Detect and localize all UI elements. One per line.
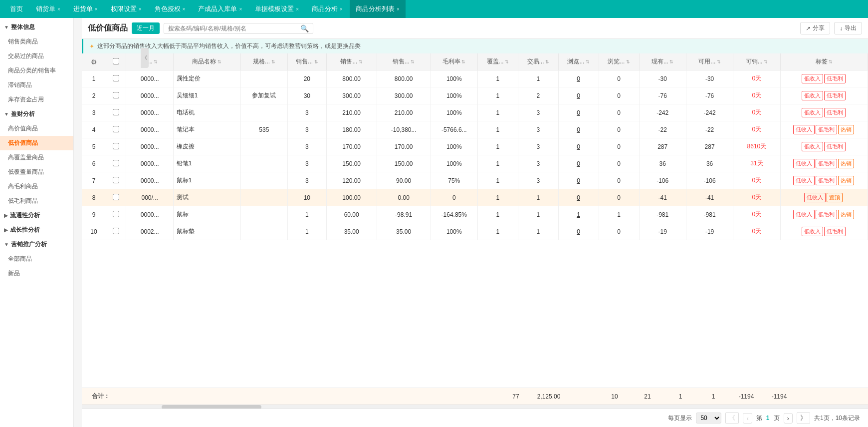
browse1-link[interactable]: 0 xyxy=(577,143,580,150)
sidebar-item-低毛利商品[interactable]: 低毛利商品 xyxy=(0,194,73,208)
export-btn[interactable]: ↓ 导出 xyxy=(834,22,862,34)
sort-icon[interactable]: ⇅ xyxy=(313,59,318,64)
nav-tab-首页[interactable]: 首页 xyxy=(4,0,29,18)
sidebar-item-低覆盖量商品[interactable]: 低覆盖量商品 xyxy=(0,165,73,179)
browse1-link[interactable]: 0 xyxy=(577,228,580,235)
col-header-browse1[interactable]: 浏览... ⇅ xyxy=(558,53,599,70)
sidebar-item-商品分类的销售率[interactable]: 商品分类的销售率 xyxy=(0,63,73,78)
browse1-link[interactable]: 0 xyxy=(577,126,580,133)
sidebar-section-整体信息[interactable]: ▼整体信息 xyxy=(0,20,73,34)
select-all-checkbox[interactable] xyxy=(113,58,119,64)
nav-tab-商品分析列表[interactable]: 商品分析列表× xyxy=(350,0,406,18)
col-header-coverage[interactable]: 覆盖... ⇅ xyxy=(477,53,518,70)
tab-close-icon[interactable]: × xyxy=(183,6,186,12)
col-header-spec[interactable]: 规格... ⇅ xyxy=(240,53,287,70)
col-header-trade[interactable]: 交易... ⇅ xyxy=(518,53,558,70)
browse1-link[interactable]: 1 xyxy=(577,211,580,218)
nav-tab-单据模板设置[interactable]: 单据模板设置× xyxy=(249,0,305,18)
sidebar-item-低价值商品[interactable]: 低价值商品 xyxy=(0,136,73,150)
col-header-saleable[interactable]: 可销... ⇅ xyxy=(733,53,780,70)
col-header-gross_margin[interactable]: 毛利率 ⇅ xyxy=(431,53,477,70)
nav-tab-产成品入库单[interactable]: 产成品入库单× xyxy=(192,0,248,18)
col-header-current_stock[interactable]: 现有... ⇅ xyxy=(639,53,686,70)
browse1-link[interactable]: 0 xyxy=(577,160,580,167)
sort-icon[interactable]: ⇅ xyxy=(216,59,221,64)
sidebar-item-交易过的商品[interactable]: 交易过的商品 xyxy=(0,49,73,63)
row-checkbox[interactable] xyxy=(113,160,119,166)
tab-close-icon[interactable]: × xyxy=(340,6,343,12)
browse1-link[interactable]: 0 xyxy=(577,177,580,184)
sidebar-collapse-btn[interactable]: 《 xyxy=(141,48,149,68)
sidebar-item-库存资金占用[interactable]: 库存资金占用 xyxy=(0,92,73,107)
next-page-btn[interactable]: › xyxy=(784,413,793,424)
sidebar-item-高覆盖量商品[interactable]: 高覆盖量商品 xyxy=(0,150,73,165)
nav-tab-商品分析[interactable]: 商品分析× xyxy=(306,0,349,18)
row-checkbox[interactable] xyxy=(113,126,119,132)
sort-icon[interactable]: ⇅ xyxy=(584,59,590,64)
row-checkbox[interactable] xyxy=(113,177,119,183)
sort-icon[interactable]: ⇅ xyxy=(544,59,550,64)
nav-tab-角色授权[interactable]: 角色授权× xyxy=(149,0,192,18)
tab-close-icon[interactable]: × xyxy=(57,6,60,12)
col-header-sales_cost[interactable]: 销售... ⇅ xyxy=(377,53,431,70)
sidebar-section-盈财分析[interactable]: ▼盈财分析 xyxy=(0,107,73,121)
browse1-link[interactable]: 0 xyxy=(577,109,580,116)
settings-icon[interactable]: ⚙ xyxy=(91,58,97,66)
share-btn[interactable]: ↗ 分享 xyxy=(800,22,830,34)
col-header-sales_qty[interactable]: 销售... ⇅ xyxy=(288,53,327,70)
nav-tab-权限设置[interactable]: 权限设置× xyxy=(105,0,148,18)
sort-icon[interactable]: ⇅ xyxy=(410,59,415,64)
sidebar-item-高毛利商品[interactable]: 高毛利商品 xyxy=(0,179,73,194)
prev-page-btn[interactable]: ‹ xyxy=(743,413,752,424)
row-checkbox[interactable] xyxy=(113,109,119,115)
sort-icon[interactable]: ⇅ xyxy=(270,59,275,64)
tab-close-icon[interactable]: × xyxy=(397,6,400,12)
browse1-link[interactable]: 0 xyxy=(577,194,580,201)
col-header-code[interactable]: 商... ⇅ xyxy=(126,53,173,70)
search-input[interactable] xyxy=(168,25,300,32)
sort-icon[interactable]: ⇅ xyxy=(668,59,674,64)
tab-close-icon[interactable]: × xyxy=(296,6,299,12)
row-checkbox[interactable] xyxy=(113,92,119,98)
sort-icon[interactable]: ⇅ xyxy=(828,59,833,64)
col-header-tags[interactable]: 标签 ⇅ xyxy=(780,53,868,70)
col-header-sales_amount[interactable]: 销售... ⇅ xyxy=(326,53,377,70)
nav-tab-销货单[interactable]: 销货单× xyxy=(30,0,66,18)
sidebar-section-流通性分析[interactable]: ▶流通性分析 xyxy=(0,208,73,223)
sort-icon[interactable]: ⇅ xyxy=(504,59,509,64)
col-header-browse2[interactable]: 浏览... ⇅ xyxy=(599,53,639,70)
scrollbar-area[interactable] xyxy=(82,405,868,409)
table-wrapper[interactable]: ⚙商... ⇅商品名称 ⇅规格... ⇅销售... ⇅销售... ⇅销售... … xyxy=(82,53,868,388)
sidebar-item-高价值商品[interactable]: 高价值商品 xyxy=(0,121,73,136)
row-checkbox[interactable] xyxy=(113,143,119,149)
col-header-available[interactable]: 可用... ⇅ xyxy=(686,53,733,70)
filter-btn[interactable]: 近一月 xyxy=(132,22,160,34)
row-checkbox[interactable] xyxy=(113,228,119,234)
sort-icon[interactable]: ⇅ xyxy=(625,59,630,64)
last-page-btn[interactable]: 》 xyxy=(797,412,810,424)
nav-tab-进货单[interactable]: 进货单× xyxy=(67,0,104,18)
sort-icon[interactable]: ⇅ xyxy=(460,59,466,64)
row-checkbox[interactable] xyxy=(113,211,119,217)
sort-icon[interactable]: ⇅ xyxy=(357,59,363,64)
per-page-select[interactable]: 50 100 200 xyxy=(696,413,721,424)
sidebar-item-销售类商品[interactable]: 销售类商品 xyxy=(0,34,73,49)
row-checkbox[interactable] xyxy=(113,75,119,81)
browse1-link[interactable]: 0 xyxy=(577,92,580,99)
browse1-link[interactable]: 0 xyxy=(577,75,580,82)
tab-close-icon[interactable]: × xyxy=(239,6,242,12)
sort-icon[interactable]: ⇅ xyxy=(153,59,158,64)
tab-close-icon[interactable]: × xyxy=(95,6,98,12)
sidebar-item-滞销商品[interactable]: 滞销商品 xyxy=(0,78,73,92)
sidebar-item-全部商品[interactable]: 全部商品 xyxy=(0,252,73,266)
sidebar-section-成长性分析[interactable]: ▶成长性分析 xyxy=(0,223,73,237)
sidebar-item-新品[interactable]: 新品 xyxy=(0,266,73,281)
sort-icon[interactable]: ⇅ xyxy=(763,59,768,64)
tab-close-icon[interactable]: × xyxy=(139,6,142,12)
first-page-btn[interactable]: 《 xyxy=(725,412,739,424)
sidebar-section-营销推广分析[interactable]: ▼营销推广分析 xyxy=(0,237,73,252)
row-checkbox[interactable] xyxy=(113,194,119,200)
sort-icon[interactable]: ⇅ xyxy=(715,59,721,64)
col-header-name[interactable]: 商品名称 ⇅ xyxy=(173,53,240,70)
row-current: -30 xyxy=(639,70,686,87)
